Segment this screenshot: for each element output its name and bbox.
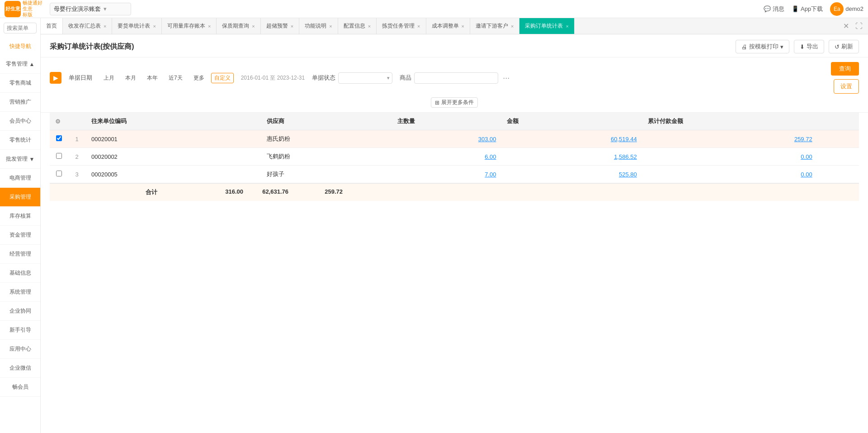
goods-filter-input[interactable]	[414, 72, 498, 84]
sidebar-item-purchase-mgmt[interactable]: 采购管理	[0, 188, 40, 207]
tab-close-requisition-summary[interactable]: ×	[153, 24, 156, 29]
print-label: 按模板打印	[749, 43, 778, 51]
export-button[interactable]: ⬇ 导出	[794, 40, 824, 53]
tab-close-purchase-order-summary[interactable]: ×	[566, 24, 568, 29]
tab-overstock-alert[interactable]: 超储预警 ×	[261, 18, 299, 34]
sidebar-item-basic-info[interactable]: 基础信息	[0, 264, 40, 283]
row-amount[interactable]: 525.80	[501, 166, 642, 183]
tab-close-config-info[interactable]: ×	[368, 24, 371, 29]
sidebar-item-marketing[interactable]: 营销推广	[0, 93, 40, 112]
col-settings: ⚙	[50, 113, 68, 130]
row-checkbox-cell[interactable]	[50, 166, 68, 183]
app-download-icon: 📱	[792, 5, 799, 12]
filter-toggle-btn[interactable]: ▶	[50, 72, 61, 84]
search-input[interactable]	[4, 23, 37, 33]
tab-close-picking-tasks[interactable]: ×	[417, 24, 420, 29]
sidebar-item-ecommerce[interactable]: 电商管理	[0, 169, 40, 188]
status-filter-label: 单据状态	[312, 74, 335, 82]
tab-close-overstock-alert[interactable]: ×	[291, 24, 293, 29]
table-row[interactable]: 2 00020002 飞鹤奶粉 6.00 1,586.52 0.00	[50, 148, 859, 166]
table-row[interactable]: 3 00020005 好孩子 7.00 525.80 0.00	[50, 166, 859, 183]
sidebar-item-vip[interactable]: 畅会员	[0, 378, 40, 397]
tab-close-cost-adjust[interactable]: ×	[462, 24, 464, 29]
sidebar-item-wholesale-mgmt[interactable]: 批发管理 ▼	[0, 150, 40, 169]
date-btn-last-month[interactable]: 上月	[99, 73, 118, 83]
goods-filter-more-btn[interactable]: ···	[503, 73, 509, 83]
expand-more-btn[interactable]: ⊞ 展开更多条件	[431, 97, 478, 108]
tab-func-desc[interactable]: 功能说明 ×	[299, 18, 338, 34]
sidebar-item-new-guide[interactable]: 新手引导	[0, 321, 40, 340]
row-amount[interactable]: 60,519.44	[501, 130, 642, 148]
sidebar-item-enterprise-wx[interactable]: 企业微信	[0, 359, 40, 378]
date-btn-this-month[interactable]: 本月	[121, 73, 140, 83]
tab-picking-tasks[interactable]: 拣货任务管理 ×	[377, 18, 426, 34]
tab-close-available-inventory[interactable]: ×	[208, 24, 211, 29]
message-icon: 💬	[764, 5, 771, 12]
sidebar-item-member-center[interactable]: 会员中心	[0, 112, 40, 131]
row-seq: 2	[68, 148, 86, 166]
sidebar-item-retail-mgmt[interactable]: 零售管理 ▲	[0, 55, 40, 74]
date-filter-label: 单据日期	[69, 74, 92, 82]
tab-home[interactable]: 首页	[41, 18, 63, 34]
sidebar-item-retail-shop[interactable]: 零售商城	[0, 74, 40, 93]
sidebar-item-enterprise[interactable]: 企业协同	[0, 302, 40, 321]
workspace-selector[interactable]: 母婴行业演示账套 ▾	[50, 3, 131, 15]
col-extra	[818, 113, 859, 130]
row-supplier: 惠氏奶粉	[261, 130, 392, 148]
settings-button[interactable]: 设置	[834, 79, 859, 94]
tab-purchase-order-summary[interactable]: 采购订单统计表 ×	[519, 18, 574, 34]
row-paid[interactable]: 0.00	[642, 148, 818, 166]
sidebar-item-sys-mgmt[interactable]: 系统管理	[0, 283, 40, 302]
app-download-btn[interactable]: 📱 App下载	[792, 5, 823, 13]
page-header: 采购订单统计表(按供应商) 🖨 按模板打印 ▾ ⬇ 导出 ↺	[41, 34, 868, 57]
status-filter-select[interactable]	[338, 72, 392, 84]
refresh-button[interactable]: ↺ 刷新	[829, 40, 859, 53]
print-button[interactable]: 🖨 按模板打印 ▾	[736, 40, 789, 53]
tab-maximize-btn[interactable]: ⛶	[854, 20, 864, 32]
date-btn-7days[interactable]: 近7天	[165, 73, 187, 83]
row-qty[interactable]: 7.00	[392, 166, 502, 183]
row-checkbox-cell[interactable]	[50, 148, 68, 166]
date-btn-custom[interactable]: 自定义	[211, 73, 234, 83]
row-paid[interactable]: 0.00	[642, 166, 818, 183]
logo-icon: 好生意	[5, 1, 21, 17]
export-label: 导出	[807, 43, 818, 51]
tab-available-inventory[interactable]: 可用量库存账本 ×	[162, 18, 217, 34]
row-qty[interactable]: 6.00	[392, 148, 502, 166]
header-actions: 🖨 按模板打印 ▾ ⬇ 导出 ↺ 刷新	[736, 40, 859, 53]
tab-config-info[interactable]: 配置信息 ×	[338, 18, 377, 34]
filter-row: ▶ 单据日期 上月 本月 本年 近7天 更多 自定义 2016-01-01 至 …	[50, 62, 859, 94]
footer-settings-cell	[50, 184, 68, 201]
sidebar-item-inventory[interactable]: 库存核算	[0, 207, 40, 226]
message-btn[interactable]: 💬 消息	[764, 5, 784, 13]
tab-requisition-summary[interactable]: 要货单统计表 ×	[112, 18, 161, 34]
row-partner-code: 00020002	[86, 148, 261, 166]
tab-cost-adjust[interactable]: 成本调整单 ×	[426, 18, 470, 34]
row-seq: 3	[68, 166, 86, 183]
tab-close-all-btn[interactable]: ✕	[841, 20, 851, 32]
message-label: 消息	[773, 5, 784, 13]
settings-icon[interactable]: ⚙	[55, 118, 61, 125]
sidebar-item-quick-nav[interactable]: 快捷导航	[0, 38, 40, 55]
tab-close-func-desc[interactable]: ×	[329, 24, 332, 29]
row-paid[interactable]: 259.72	[642, 130, 818, 148]
user-info[interactable]: Ea demo2	[830, 2, 863, 16]
sidebar-item-biz-mgmt[interactable]: 经营管理	[0, 245, 40, 264]
row-amount[interactable]: 1,586.52	[501, 148, 642, 166]
sidebar-item-finance[interactable]: 资金管理	[0, 226, 40, 245]
tab-close-collect-summary[interactable]: ×	[104, 24, 106, 29]
tab-invite-downstream[interactable]: 邀请下游客户 ×	[470, 18, 519, 34]
expand-icon-retail-mgmt: ▲	[29, 61, 35, 67]
sidebar-item-retail-stats[interactable]: 零售统计	[0, 131, 40, 150]
table-row[interactable]: 1 00020001 惠氏奶粉 303.00 60,519.44 259.72	[50, 130, 859, 148]
sidebar-item-app-center[interactable]: 应用中心	[0, 340, 40, 359]
date-btn-more[interactable]: 更多	[189, 73, 208, 83]
row-qty[interactable]: 303.00	[392, 130, 502, 148]
date-btn-this-year[interactable]: 本年	[143, 73, 162, 83]
tab-shelf-life[interactable]: 保质期查询 ×	[217, 18, 260, 34]
tab-close-invite-downstream[interactable]: ×	[511, 24, 514, 29]
row-checkbox-cell[interactable]	[50, 130, 68, 148]
tab-collect-summary[interactable]: 收发存汇总表 ×	[63, 18, 112, 34]
tab-close-shelf-life[interactable]: ×	[252, 24, 255, 29]
query-button[interactable]: 查询	[831, 62, 859, 76]
